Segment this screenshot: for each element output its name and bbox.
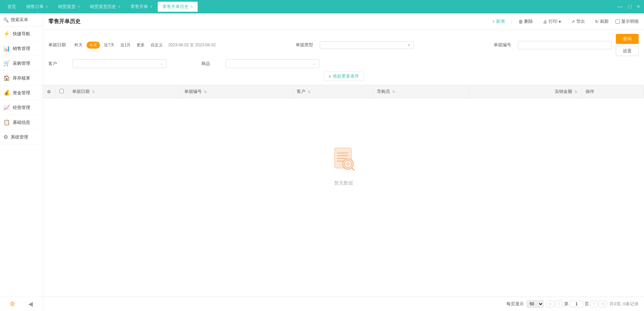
system-icon: ⚙ <box>3 134 8 140</box>
page-header: 零售开单历史 + 新增 🗑 删除 🖨 打印 ▾ ↗ 导出 ↻ <box>43 13 644 30</box>
tab-close-retail-history[interactable]: × <box>191 4 193 9</box>
export-button[interactable]: ↗ 导出 <box>568 17 588 26</box>
tab-sales-return[interactable]: 销货退货× <box>53 2 85 12</box>
show-detail-toggle[interactable]: 显示明细 <box>615 18 639 24</box>
th-settings[interactable]: ⚙ <box>43 85 55 98</box>
search-icon: 🔍 <box>3 17 9 22</box>
sidebar-label-inventory: 库存核算 <box>13 75 30 81</box>
tab-bar-right: — □ × <box>616 2 641 11</box>
page-total: 共0页, 0条记录 <box>609 301 639 307</box>
shortcut-more[interactable]: 更多 <box>135 42 147 49</box>
refresh-icon: ↻ <box>595 19 599 24</box>
finance-icon: 💰 <box>3 90 10 96</box>
sidebar-item-quick-nav[interactable]: ⚡快捷导航 <box>0 27 43 41</box>
refresh-button[interactable]: ↻ 刷新 <box>592 17 612 26</box>
sidebar: 🔍 搜索采单 ⚡快捷导航📊销售管理🛒采购管理🏠库存核算💰资金管理📈经营管理📋基础… <box>0 13 43 311</box>
salesperson-sort-icon[interactable]: ⇅ <box>392 90 395 94</box>
th-customer-label: 客户 <box>297 89 305 94</box>
shortcut-1month[interactable]: 近1月 <box>118 42 133 49</box>
sidebar-bottom: ⚙ ◀ <box>0 297 43 311</box>
goods-filter-dots[interactable]: ··· <box>312 61 316 66</box>
sidebar-item-basic[interactable]: 📋基础信息 <box>0 115 43 130</box>
th-action-label: 操作 <box>586 89 594 94</box>
add-button[interactable]: + 新增 <box>489 17 508 26</box>
customer-filter-label: 客户 <box>48 61 68 67</box>
sidebar-label-operation: 经营管理 <box>13 105 30 111</box>
shortcut-today[interactable]: 今天 <box>87 42 100 49</box>
sidebar-item-finance[interactable]: 💰资金管理 <box>0 86 43 100</box>
sidebar-search[interactable]: 🔍 搜索采单 <box>0 13 43 27</box>
next-page-button[interactable]: > <box>590 301 597 307</box>
tab-close-sales-return[interactable]: × <box>78 4 80 9</box>
sidebar-item-inventory[interactable]: 🏠库存核算 <box>0 71 43 86</box>
print-button[interactable]: 🖨 打印 ▾ <box>540 17 564 26</box>
shortcut-yesterday[interactable]: 昨天 <box>72 42 85 49</box>
current-page-input[interactable] <box>570 301 583 307</box>
collapse-sidebar-icon[interactable]: ◀ <box>28 300 33 308</box>
tab-home[interactable]: 首页 <box>3 2 21 12</box>
goods-filter-field[interactable] <box>229 61 312 66</box>
customer-sort-icon[interactable]: ⇅ <box>308 90 310 94</box>
purchase-icon: 🛒 <box>3 60 10 66</box>
tab-sales-order[interactable]: 销售订单× <box>21 2 53 12</box>
type-filter-select[interactable]: ▾ <box>320 41 414 49</box>
th-number-label: 单据编号 <box>184 89 202 94</box>
customer-filter-dots[interactable]: ··· <box>159 61 163 66</box>
tab-bar: 首页销售订单×销货退货×销货退货历史×零售开单×零售开单历史× — □ × <box>0 0 644 13</box>
sidebar-item-sales[interactable]: 📊销售管理 <box>0 41 43 56</box>
sidebar-label-system: 系统管理 <box>11 134 28 140</box>
content-area: 零售开单历史 + 新增 🗑 删除 🖨 打印 ▾ ↗ 导出 ↻ <box>43 13 644 311</box>
tab-sales-return-history[interactable]: 销货退货历史× <box>85 2 125 12</box>
last-page-button[interactable]: >| <box>599 301 607 307</box>
select-all-checkbox[interactable] <box>59 89 64 93</box>
shortcut-custom[interactable]: 自定义 <box>149 42 165 49</box>
page-title: 零售开单历史 <box>48 18 81 25</box>
window-close-icon[interactable]: × <box>636 2 641 11</box>
query-button[interactable]: 查询 <box>616 34 639 44</box>
per-page-select[interactable]: 102050100 <box>527 300 544 308</box>
tab-retail-open[interactable]: 零售开单× <box>126 2 157 12</box>
th-customer: 客户 ⇅ <box>292 85 373 98</box>
first-page-button[interactable]: |< <box>546 301 554 307</box>
window-maximize-icon[interactable]: □ <box>627 2 633 11</box>
operation-icon: 📈 <box>3 104 10 111</box>
show-detail-checkbox[interactable] <box>615 19 620 24</box>
shortcut-7days[interactable]: 近7天 <box>102 42 116 49</box>
number-filter-input <box>518 41 612 49</box>
th-date-label: 单据日期 <box>72 89 90 94</box>
tab-close-sales-order[interactable]: × <box>46 4 48 9</box>
empty-state: 暂无数据 <box>43 98 644 232</box>
pagination: 每页显示 102050100 |< < 第 页 > >| 共0页, 0条记录 <box>43 297 644 311</box>
print-label: 打印 <box>549 18 557 24</box>
empty-icon <box>329 145 359 175</box>
empty-text: 暂无数据 <box>334 180 353 186</box>
svg-line-7 <box>352 168 354 170</box>
th-date: 单据日期 ⇅ <box>68 85 180 98</box>
filter-settings-button[interactable]: 设置 <box>616 46 639 56</box>
tab-close-sales-return-history[interactable]: × <box>118 4 120 9</box>
customer-filter-field[interactable] <box>76 61 159 66</box>
date-sort-icon[interactable]: ⇅ <box>92 90 95 94</box>
sidebar-item-operation[interactable]: 📈经营管理 <box>0 100 43 115</box>
export-label: 导出 <box>576 18 585 24</box>
number-filter-field[interactable] <box>521 43 609 48</box>
sidebar-item-purchase[interactable]: 🛒采购管理 <box>0 56 43 71</box>
date-filter-label: 单据日期 <box>48 42 68 48</box>
export-icon: ↗ <box>571 19 575 24</box>
tab-close-retail-open[interactable]: × <box>150 4 152 9</box>
filter-row-1: 单据日期 昨天 今天 近7天 近1月 更多 自定义 2023-06-02 至 2… <box>48 34 639 56</box>
column-settings-icon[interactable]: ⚙ <box>47 89 51 94</box>
number-sort-icon[interactable]: ⇅ <box>204 90 207 94</box>
data-table: ⚙ 单据日期 ⇅ 单据编号 ⇅ <box>43 85 644 98</box>
amount-sort-icon[interactable]: ⇅ <box>575 90 577 94</box>
prev-page-button[interactable]: < <box>556 301 563 307</box>
collapse-icon: ∧ <box>328 74 332 79</box>
window-minimize-icon[interactable]: — <box>616 2 624 11</box>
table-area: ⚙ 单据日期 ⇅ 单据编号 ⇅ <box>43 85 644 297</box>
settings-icon[interactable]: ⚙ <box>10 300 15 308</box>
main-layout: 🔍 搜索采单 ⚡快捷导航📊销售管理🛒采购管理🏠库存核算💰资金管理📈经营管理📋基础… <box>0 13 644 311</box>
tab-retail-history[interactable]: 零售开单历史× <box>158 2 198 12</box>
collapse-button[interactable]: ∧ 收起更多条件 <box>324 71 363 81</box>
delete-button[interactable]: 🗑 删除 <box>515 17 536 26</box>
sidebar-item-system[interactable]: ⚙系统管理 <box>0 130 43 145</box>
